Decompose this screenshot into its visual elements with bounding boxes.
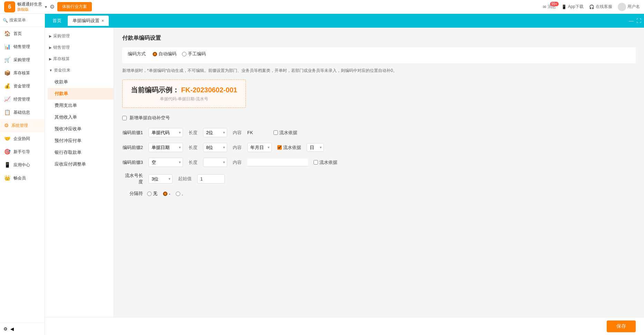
minimize-icon[interactable]: — xyxy=(629,18,634,24)
sep-dash-input[interactable] xyxy=(163,192,167,196)
sidebar-item-finance[interactable]: 💰 资金管理 xyxy=(0,80,45,93)
search-icon: 🔍 xyxy=(3,18,8,23)
sidebar-label-system: 系统管理 xyxy=(11,123,28,129)
subnav-purchase-group[interactable]: ▶ 采购管理 xyxy=(45,30,114,42)
subnav-other-income[interactable]: 其他收入单 xyxy=(48,111,114,123)
subnav-adjust[interactable]: 应收应付调整单 xyxy=(48,158,114,170)
preview-label: 当前编码示例： xyxy=(131,86,179,94)
user-item[interactable]: 用户名 xyxy=(618,3,640,11)
prefix3-stream-label[interactable]: 流水依据 xyxy=(314,159,337,166)
chevron-right-icon2: ▶ xyxy=(49,46,52,49)
sidebar-item-apps[interactable]: 📱 应用中心 xyxy=(0,158,45,171)
subnav-receipt[interactable]: 收款单 xyxy=(48,76,114,88)
subnav-payment[interactable]: 付款单 xyxy=(48,88,114,100)
collapse-icon[interactable]: ◀ xyxy=(10,326,14,332)
preview-box: 当前编码示例： FK-20230602-001 单据代码-单据日期-流水号 xyxy=(122,80,246,108)
subnav-capital-group[interactable]: ▼ 资金往来 xyxy=(45,65,114,76)
subnav-inventory-label: 库存核算 xyxy=(53,56,70,62)
sidebar-label-finance: 资金管理 xyxy=(13,83,30,89)
auto-fill-checkbox[interactable] xyxy=(122,116,127,120)
sidebar-item-inventory[interactable]: 📦 库存核算 xyxy=(0,66,45,80)
prefix2-length-select[interactable]: 8位 xyxy=(203,143,227,152)
sidebar-label-purchase: 采购管理 xyxy=(13,57,30,63)
online-service-item[interactable]: 🎧 在线客服 xyxy=(589,4,612,10)
sidebar-item-system[interactable]: ⚙ 系统管理 xyxy=(0,119,45,132)
prefix2-select[interactable]: 单据日期 xyxy=(148,143,183,152)
prefix2-stream-label[interactable]: 流水依据 xyxy=(277,145,301,151)
prefix1-stream-label[interactable]: 流水依据 xyxy=(273,130,297,136)
radio-manual-label: 手工编码 xyxy=(188,51,206,57)
apps-icon: 📱 xyxy=(4,162,11,168)
subnav-inventory-group[interactable]: ▶ 库存核算 xyxy=(45,53,114,65)
sidebar-item-vip[interactable]: 👑 畅会员 xyxy=(0,171,45,185)
subnav-capital-children: 收款单 付款单 费用支出单 其他收入单 预收冲应收单 预付冲 xyxy=(45,76,114,170)
prefix3-stream-checkbox[interactable] xyxy=(314,160,318,165)
tab-close-icon[interactable]: × xyxy=(102,18,104,23)
prefix3-content-input[interactable] xyxy=(247,159,308,166)
subnav-prepay-pay[interactable]: 预付冲应付单 xyxy=(48,135,114,147)
sep-dot[interactable]: . xyxy=(176,191,183,196)
tab-encoding[interactable]: 单据编码设置 × xyxy=(68,16,109,26)
dropdown-arrow-icon[interactable]: ▾ xyxy=(45,4,47,9)
sidebar-item-enterprise[interactable]: 🤝 企业协同 xyxy=(0,132,45,145)
prefix1-stream-checkbox[interactable] xyxy=(273,130,278,135)
prefix2-content-select[interactable]: 年月日 xyxy=(247,143,272,152)
tab-home[interactable]: 首页 xyxy=(48,16,66,26)
subnav-expense[interactable]: 费用支出单 xyxy=(48,100,114,111)
receipt-label: 收款单 xyxy=(55,79,68,85)
encoding-radio-group: 自动编码 手工编码 xyxy=(153,51,206,57)
sep-none[interactable]: 无 xyxy=(147,190,157,197)
radio-manual-input[interactable] xyxy=(182,52,186,56)
bottom-bar: 保存 xyxy=(45,317,644,335)
save-button[interactable]: 保存 xyxy=(607,320,636,332)
prefix2-length-label: 长度 xyxy=(189,145,198,151)
sidebar-item-home[interactable]: 🏠 首页 xyxy=(0,27,45,40)
prefix1-select[interactable]: 单据代码 xyxy=(148,128,183,137)
sidebar-item-sales[interactable]: 📊 销售管理 xyxy=(0,40,45,53)
subnav-bank-deposit[interactable]: 银行存取款单 xyxy=(48,147,114,158)
prefix1-length-select[interactable]: 2位 xyxy=(203,128,227,137)
prefix3-select[interactable]: 空 xyxy=(148,158,183,167)
sidebar-item-guide[interactable]: 🎯 新手引导 xyxy=(0,145,45,158)
prefix3-row: 编码前缀3 空 长度 内容 xyxy=(122,158,636,167)
chevron-right-icon: ▶ xyxy=(49,34,52,38)
sidebar-label-apps: 应用中心 xyxy=(13,162,30,168)
prefix1-content-label: 内容 xyxy=(233,130,242,136)
serial-length-select-wrapper: 3位 4位 5位 xyxy=(148,174,173,184)
prefix1-row: 编码前缀1 单据代码 长度 2位 内容 FK xyxy=(122,128,636,137)
maximize-icon[interactable]: ⛶ xyxy=(636,18,641,24)
prefix3-length-select[interactable] xyxy=(203,158,227,167)
prefix2-stream-select[interactable]: 日 月 年 xyxy=(307,143,324,152)
radio-auto-input[interactable] xyxy=(153,52,157,56)
serial-length-select[interactable]: 3位 4位 5位 xyxy=(148,174,173,184)
radio-auto-label: 自动编码 xyxy=(158,51,176,57)
tab-home-label: 首页 xyxy=(52,18,61,24)
subnav-prepay-collect[interactable]: 预收冲应收单 xyxy=(48,123,114,135)
subnav-sales-group[interactable]: ▶ 销售管理 xyxy=(45,42,114,53)
app-download-label: App下载 xyxy=(568,4,584,10)
prefix3-content-label: 内容 xyxy=(233,159,242,166)
radio-manual[interactable]: 手工编码 xyxy=(182,51,206,57)
settings-icon[interactable]: ⚙ xyxy=(50,3,55,10)
content-with-subnav: ▶ 采购管理 ▶ 销售管理 ▶ 库存核算 ▼ 资金往来 收款单 xyxy=(45,28,644,317)
prefix2-stream-checkbox[interactable] xyxy=(277,145,282,150)
sidebar-item-operation[interactable]: 📈 经营管理 xyxy=(0,93,45,106)
settings-bottom-icon[interactable]: ⚙ xyxy=(3,326,8,332)
trial-button[interactable]: 体验行业方案 xyxy=(57,2,92,11)
sep-dash[interactable]: - xyxy=(163,191,170,196)
user-avatar xyxy=(618,3,626,11)
sep-dot-input[interactable] xyxy=(176,192,180,196)
radio-auto[interactable]: 自动编码 xyxy=(153,51,176,57)
message-item[interactable]: ✉ 消息 99+ xyxy=(543,4,556,10)
separator-options: 无 - . xyxy=(147,190,183,197)
encoding-method-section: 编码方式 自动编码 手工编码 xyxy=(122,47,636,63)
encoding-method: 编码方式 自动编码 手工编码 xyxy=(128,51,630,57)
sidebar-item-basic[interactable]: 📋 基础信息 xyxy=(0,106,45,119)
sep-none-input[interactable] xyxy=(147,192,152,196)
app-download-item[interactable]: 📱 App下载 xyxy=(561,4,584,10)
serial-start-input[interactable] xyxy=(197,174,225,184)
sub-nav: ▶ 采购管理 ▶ 销售管理 ▶ 库存核算 ▼ 资金往来 收款单 xyxy=(45,28,114,317)
sidebar-item-purchase[interactable]: 🛒 采购管理 xyxy=(0,53,45,66)
sidebar-search[interactable]: 🔍 搜索菜单 xyxy=(0,14,45,27)
message-icon: ✉ xyxy=(543,4,546,9)
